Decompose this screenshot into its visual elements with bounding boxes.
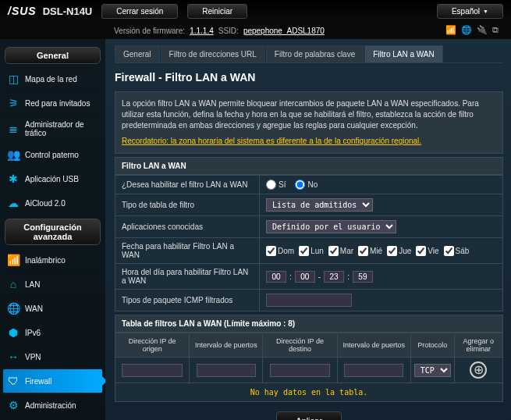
radio-yes[interactable]: Sí (266, 180, 286, 190)
sidebar-label: AiCloud 2.0 (25, 199, 66, 208)
sidebar-label: Administración (25, 401, 76, 410)
nodata: No hay datos en la tabla. (115, 383, 503, 402)
protocol-select[interactable]: TCP (414, 364, 451, 377)
sidebar-item-aplicación-usb[interactable]: ✱Aplicación USB (3, 167, 102, 191)
brand-model: DSL-N14U (43, 5, 93, 17)
ssid-value[interactable]: pepephone_ADSL1870 (243, 27, 325, 35)
sidebar-icon: ⚙ (6, 398, 20, 412)
apply-button[interactable]: Aplicar (276, 411, 342, 420)
day-Mar[interactable]: Mar (328, 246, 353, 256)
section-filter: Filtro LAN a WAN (115, 157, 503, 175)
sidebar-label: Control paterno (25, 151, 79, 159)
radio-no[interactable]: No (295, 180, 318, 190)
sidebar-label: LAN (25, 280, 40, 289)
wifi-icon[interactable] (445, 25, 456, 36)
day-Vie[interactable]: Vie (416, 246, 438, 256)
sidebar-icon: ↔ (6, 350, 20, 364)
apps-label: Aplicaciones conocidas (115, 216, 260, 238)
col-header: Intervalo de puertos (337, 333, 410, 358)
sidebar-item-administrador-de-tráfico[interactable]: ≣Administrador de tráfico (3, 116, 102, 143)
tab-3[interactable]: Filtro LAN a WAN (364, 45, 443, 62)
tabs: GeneralFiltro de direcciones URLFiltro d… (115, 45, 503, 63)
day-Jue[interactable]: Jue (387, 246, 411, 256)
content: GeneralFiltro de direcciones URLFiltro d… (105, 39, 511, 420)
sidebar-item-vpn[interactable]: ↔VPN (3, 345, 102, 369)
add-button[interactable]: ⊕ (470, 361, 487, 379)
col-header: Protocolo (410, 333, 454, 358)
day-Dom[interactable]: Dom (266, 246, 294, 256)
sidebar-label: Inalámbrico (25, 256, 66, 265)
tab-2[interactable]: Filtro de palabras clave (266, 45, 364, 62)
sidebar-label: Administrador de tráfico (25, 120, 99, 137)
desc-text: La opción filtro LAN a WAN permite bloqu… (122, 99, 479, 130)
day-Sáb[interactable]: Sáb (444, 246, 470, 256)
language-button[interactable]: Español (437, 4, 503, 19)
time-h2[interactable] (324, 271, 344, 283)
brand-logo: /SUS (8, 5, 37, 17)
sidebar-item-mapa-de-la-red[interactable]: ◫Mapa de la red (3, 67, 102, 91)
sidebar-icon: 👥 (6, 148, 20, 162)
sidebar-label: IPv6 (25, 329, 41, 337)
sidebar-icon: ≣ (6, 122, 20, 136)
col-header: Dirección IP de destino (263, 333, 337, 358)
usb2-icon[interactable] (492, 25, 503, 36)
day-Mié[interactable]: Mié (358, 246, 382, 256)
sidebar-label: Mapa de la red (25, 75, 77, 84)
sidebar-label: Aplicación USB (25, 175, 79, 183)
sidebar-item-firewall[interactable]: 🛡Firewall (3, 369, 102, 393)
dst-ip-input[interactable] (270, 364, 331, 377)
sidebar-icon: 📶 (6, 253, 20, 267)
sidebar-item-administración[interactable]: ⚙Administración (3, 393, 102, 418)
sidebar-item-red-para-invitados[interactable]: ⚞Red para invitados (3, 91, 102, 116)
topbar: /SUS DSL-N14U Cerrar sesión Reiniciar Es… (0, 0, 511, 22)
days-row: Dom Lun Mar Mié Jue Vie Sáb (266, 246, 496, 256)
sidebar-icon: ⬢ (6, 326, 20, 340)
sidebar-icon: ⌂ (6, 277, 20, 291)
day-Lun[interactable]: Lun (299, 246, 324, 256)
sidebar-icon: 🛡 (6, 374, 20, 388)
logout-button[interactable]: Cerrar sesión (101, 4, 178, 19)
sidebar-item-lan[interactable]: ⌂LAN (3, 272, 102, 297)
description: La opción filtro LAN a WAN permite bloqu… (115, 91, 503, 154)
col-header: Agregar o eliminar (454, 333, 502, 358)
internet-icon[interactable] (461, 25, 472, 36)
sidebar-item-wan[interactable]: 🌐WAN (3, 297, 102, 321)
sidebar-icon: ✱ (6, 172, 20, 186)
time-h1[interactable] (266, 271, 286, 283)
sidebar-icon: 🌐 (6, 301, 20, 315)
time-m1[interactable] (295, 271, 315, 283)
fw-value[interactable]: 1.1.1.4 (190, 27, 214, 35)
infobar: Versión de firmware: 1.1.1.4 SSID: pepep… (0, 22, 511, 39)
sidebar-header-general: General (5, 47, 101, 64)
ssid-label: SSID: (218, 27, 239, 35)
reboot-button[interactable]: Reiniciar (187, 4, 247, 19)
sidebar-item-inalámbrico[interactable]: 📶Inalámbrico (3, 248, 102, 272)
sidebar-icon: ◫ (6, 72, 20, 86)
usb-icon[interactable] (477, 25, 488, 36)
brand: /SUS DSL-N14U (8, 5, 92, 17)
sidebar-label: Red para invitados (25, 99, 90, 108)
col-header: Intervalo de puertos (190, 333, 263, 358)
form-table: ¿Desea habilitar el filtro LAN a WAN Sí … (115, 175, 503, 311)
tab-0[interactable]: General (115, 45, 160, 62)
filter-table: Dirección IP de origenIntervalo de puert… (115, 333, 503, 383)
type-select[interactable]: Lista de admitidos (266, 198, 373, 212)
sidebar-item-control-paterno[interactable]: 👥Control paterno (3, 143, 102, 167)
sidebar: General ◫Mapa de la red⚞Red para invitad… (0, 39, 105, 420)
enable-label: ¿Desea habilitar el filtro LAN a WAN (115, 176, 260, 194)
sidebar-icon: ⚞ (6, 96, 20, 110)
tab-1[interactable]: Filtro de direcciones URL (161, 45, 265, 62)
type-label: Tipo de tabla de filtro (115, 194, 260, 216)
src-ip-input[interactable] (122, 364, 183, 377)
sidebar-item-aicloud-2.0[interactable]: ☁AiCloud 2.0 (3, 191, 102, 215)
sidebar-item-ipv6[interactable]: ⬢IPv6 (3, 321, 102, 345)
time-m2[interactable] (353, 271, 373, 283)
sidebar-label: VPN (25, 353, 41, 361)
col-header: Dirección IP de origen (115, 333, 190, 358)
dst-port-input[interactable] (344, 364, 403, 377)
icmp-input[interactable] (266, 294, 352, 307)
reminder-link[interactable]: Recordatorio: la zona horaria del sistem… (122, 136, 496, 147)
date-label: Fecha para habilitar Filtro LAN a WAN (115, 238, 260, 264)
apps-select[interactable]: Definido por el usuario (266, 220, 396, 233)
src-port-input[interactable] (197, 364, 256, 377)
